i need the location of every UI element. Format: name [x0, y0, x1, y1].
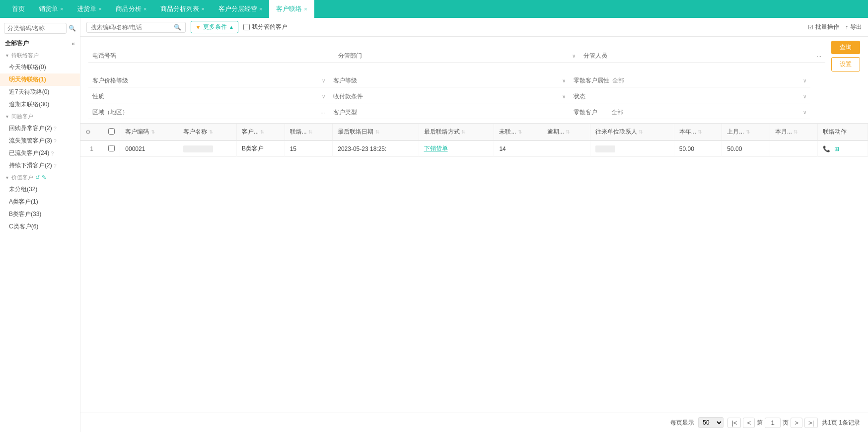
dropdown-arrow-icon[interactable]: ∨	[322, 78, 325, 83]
dropdown-arrow-icon[interactable]: ∨	[803, 110, 806, 115]
sidebar-item-abnormal-repurchase[interactable]: 回购异常客户(2) ?	[0, 122, 80, 135]
sort-icon[interactable]: ⇅	[518, 129, 522, 135]
contact-count-cell: 15	[285, 141, 333, 157]
nav-customer-tier-close[interactable]: ×	[259, 0, 262, 18]
sidebar-group-value[interactable]: 价值客户 ↺ ✎	[0, 172, 80, 183]
field-person: 分管人员 ···	[579, 50, 825, 63]
th-customer-type: 客户... ⇅	[237, 124, 285, 141]
refresh-icon[interactable]: ↺	[35, 174, 40, 181]
sort-icon[interactable]: ⇅	[639, 129, 643, 135]
pagination: 每页显示 50 100 200 |< < 第 页 > >| 共1页 1条记录	[80, 413, 868, 432]
nav-product-analysis-close[interactable]: ×	[144, 0, 146, 18]
nav-product-analysis-list-close[interactable]: ×	[201, 0, 204, 18]
customer-code-cell: 000021	[120, 141, 178, 157]
sidebar-collapse-icon[interactable]: «	[72, 40, 75, 47]
field-dept: 分管部门 ∨	[334, 50, 580, 63]
sidebar-item-tomorrow[interactable]: 明天待联络(1)	[0, 73, 80, 86]
sort-icon[interactable]: ⇅	[209, 129, 213, 135]
dropdown-arrow-icon[interactable]: ∨	[562, 78, 566, 83]
action-cell: 📞 ⊞	[818, 141, 868, 157]
settings-icon[interactable]: ⚙	[85, 129, 91, 136]
nav-purchase-close[interactable]: ×	[98, 0, 101, 18]
sidebar-item-7days[interactable]: 近7天待联络(0)	[0, 86, 80, 98]
sidebar-item-class-a[interactable]: A类客户(1)	[0, 196, 80, 208]
more-btn[interactable]: ···	[321, 110, 325, 116]
sidebar-item-declining[interactable]: 持续下滑客户(2) ?	[0, 159, 80, 172]
search-icon[interactable]: 🔍	[174, 24, 181, 31]
sidebar-item-class-b[interactable]: B类客户(33)	[0, 208, 80, 220]
sort-icon[interactable]: ⇅	[566, 129, 570, 135]
sidebar-item-ungrouped[interactable]: 未分组(32)	[0, 183, 80, 196]
adv-filter-row-2: 客户价格等级 ∨ 客户等级 ∨ 零散客户属性 全部 ∨	[88, 74, 860, 87]
nav-product-analysis-list[interactable]: 商品分析列表 ×	[153, 0, 211, 18]
my-customer-checkbox[interactable]	[243, 24, 250, 30]
sidebar-search-icon[interactable]: 🔍	[69, 25, 76, 32]
nav-sales[interactable]: 销货单 ×	[32, 0, 70, 18]
last-page-btn[interactable]: >|	[804, 418, 818, 428]
dropdown-arrow-icon[interactable]: ∨	[803, 78, 806, 83]
contact-person-cell	[590, 141, 674, 157]
filter-bar: 🔍 ▼ 更多条件 ▲ 我分管的客户 ☑ 批量操作 ↑ 导出	[80, 18, 868, 37]
call-icon[interactable]: 📞	[823, 145, 830, 152]
row-checkbox[interactable]	[108, 145, 115, 151]
page-input[interactable]	[765, 418, 781, 428]
next-page-btn[interactable]: >	[791, 418, 802, 428]
my-customer-check[interactable]: 我分管的客户	[243, 23, 288, 31]
sort-icon[interactable]: ⇅	[794, 129, 797, 135]
search-input[interactable]	[91, 24, 174, 31]
th-name: 客户名称 ⇅	[178, 124, 237, 141]
sort-icon[interactable]: ⇅	[698, 129, 702, 135]
nav-customer-tier[interactable]: 客户分层经营 ×	[212, 0, 269, 18]
sidebar-item-class-c[interactable]: C类客户(6)	[0, 220, 80, 233]
nav-product-analysis[interactable]: 商品分析 ×	[109, 0, 153, 18]
field-retail-attr: 零散客户属性 全部 ∨	[570, 74, 810, 87]
sort-icon[interactable]: ⇅	[260, 129, 264, 135]
reset-button[interactable]: 设置	[831, 57, 860, 72]
last-contact-method-cell[interactable]: 下销货单	[419, 141, 494, 157]
sidebar-item-churned[interactable]: 已流失客户(24) ?	[0, 147, 80, 159]
nav-home[interactable]: 首页	[5, 0, 32, 18]
help-icon[interactable]: ?	[54, 138, 57, 144]
last-month-cell: 50.00	[722, 141, 770, 157]
prev-page-btn[interactable]: <	[743, 418, 755, 428]
dropdown-arrow-icon[interactable]: ∨	[322, 94, 325, 99]
qr-icon[interactable]: ⊞	[834, 145, 839, 152]
query-button[interactable]: 查询	[831, 41, 860, 54]
more-conditions-btn[interactable]: ▼ 更多条件 ▲	[191, 21, 238, 33]
nav-customer-contact-close[interactable]: ×	[304, 0, 307, 18]
select-all-checkbox[interactable]	[108, 128, 115, 135]
dropdown-arrow-icon[interactable]: ∨	[572, 53, 576, 59]
edit-icon[interactable]: ✎	[42, 174, 46, 181]
sort-icon[interactable]: ⇅	[308, 129, 312, 135]
sidebar-group-problem[interactable]: 问题客户	[0, 111, 80, 122]
help-icon[interactable]: ?	[54, 163, 57, 169]
sort-icon[interactable]: ⇅	[375, 129, 379, 135]
overdue-cell	[542, 141, 590, 157]
sort-icon[interactable]: ⇅	[461, 129, 465, 135]
per-page-select[interactable]: 50 100 200	[698, 417, 723, 428]
sort-icon[interactable]: ⇅	[151, 129, 155, 135]
nav-sales-close[interactable]: ×	[60, 0, 63, 18]
nav-purchase[interactable]: 进货单 ×	[70, 0, 108, 18]
more-btn[interactable]: ···	[817, 53, 821, 59]
sidebar: 🔍 全部客户 « 待联络客户 今天待联络(0) 明天待联络(1) 近7天待联络(…	[0, 18, 80, 432]
sidebar-search-input[interactable]	[4, 23, 67, 34]
th-overdue: 逾期... ⇅	[542, 124, 590, 141]
adv-filter-actions: 查询 设置	[831, 41, 860, 72]
sidebar-item-overdue[interactable]: 逾期未联络(30)	[0, 98, 80, 111]
all-customers-header: 全部客户 «	[0, 36, 80, 50]
sidebar-group-pending[interactable]: 待联络客户	[0, 50, 80, 61]
help-icon[interactable]: ?	[54, 126, 57, 132]
this-month-cell	[770, 141, 818, 157]
nav-customer-contact[interactable]: 客户联络 ×	[269, 0, 314, 18]
first-page-btn[interactable]: |<	[727, 418, 741, 428]
export-btn[interactable]: ↑ 导出	[845, 23, 862, 31]
sort-icon[interactable]: ⇅	[746, 129, 750, 135]
sidebar-item-churn-warning[interactable]: 流失预警客户(3) ?	[0, 135, 80, 147]
sidebar-item-today[interactable]: 今天待联络(0)	[0, 61, 80, 73]
dropdown-arrow-icon[interactable]: ∨	[803, 94, 806, 99]
batch-op-btn[interactable]: ☑ 批量操作	[808, 23, 839, 31]
help-icon[interactable]: ?	[51, 150, 54, 156]
dropdown-arrow-icon[interactable]: ∨	[562, 94, 566, 99]
th-contact-person: 往来单位联系人 ⇅	[590, 124, 674, 141]
